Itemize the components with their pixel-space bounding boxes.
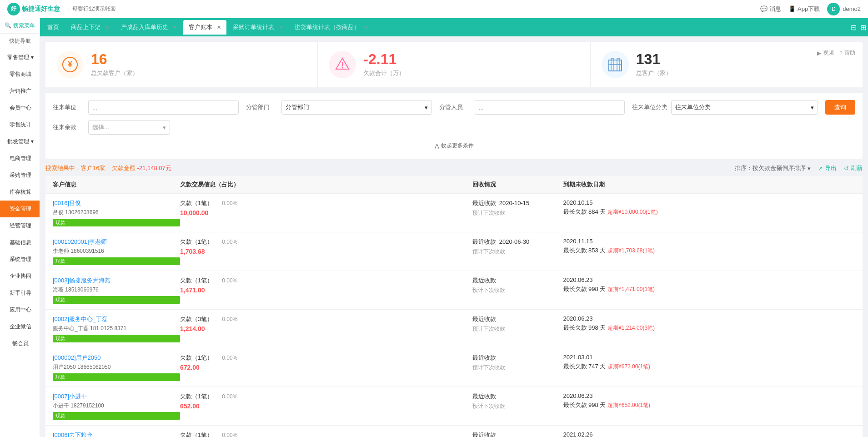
category-select[interactable]: 往来单位分类 ▾ [671,100,818,115]
sidebar-item-inventory[interactable]: 库存核算 [0,184,40,201]
debt-info-6: 欠款（1笔） 0.00% 455.90 [180,431,472,437]
customer-name-1[interactable]: [0001020001]李老师 [53,238,180,246]
debt-amount-4: 672.00 [180,364,472,371]
overdue-link-5[interactable]: 超期¥652.00(1笔) [607,402,650,408]
customer-name-3[interactable]: [0002]服务中心_丁磊 [53,315,180,323]
debt-info-5: 欠款（1笔） 0.00% 652.00 [180,392,472,410]
table-header: 客户信息 欠款交易信息（占比） 回收情况 到期未收款日期 [45,176,863,194]
debt-count-3: 欠款（3笔） [180,315,213,323]
sidebar-item-retail-mgmt[interactable]: 零售管理 ▾ [0,49,40,66]
sidebar-item-marketing[interactable]: 营销推广 [0,83,40,100]
help-btn[interactable]: ? 帮助 [839,49,855,57]
filter-area: 往来单位 ... 分管部门 分管部门 ▾ [45,93,863,159]
customer-phone-1: 李老师 18600391516 [53,247,180,255]
sidebar-item-system[interactable]: 系统管理 [0,251,40,268]
balance-select[interactable]: 选择... ▾ [88,120,170,135]
debt-info-2: 欠款（1笔） 0.00% 1,471.00 [180,276,472,294]
filter-category: 往来单位分类 往来单位分类 ▾ [632,100,818,115]
chevron-down-icon-sort: ▾ [808,165,811,172]
stat-card-actions: ▶ 视频 ? 帮助 [817,49,855,57]
sidebar-search[interactable]: 🔍 搜索菜单 [0,18,40,34]
sidebar-item-retail-mall[interactable]: 零售商城 [0,66,40,83]
debt-pct-0: 0.00% [222,200,237,206]
sidebar-item-collab[interactable]: 企业协同 [0,268,40,285]
tab-home[interactable]: 首页 [42,20,65,35]
customer-name-0[interactable]: [0016]吕俊 [53,199,180,207]
tab-purchase-stats[interactable]: 采购订单统计表 ✕ [227,20,288,35]
quick-nav[interactable]: 快捷导航 [0,34,40,49]
chevron-down-icon: ▾ [425,104,428,111]
overdue-link-4[interactable]: 超期¥672.00(1笔) [607,363,650,370]
sidebar-item-apps[interactable]: 应用中心 [0,301,40,318]
debt-info-3: 欠款（3笔） 0.00% 1,214.00 [180,315,472,332]
query-button[interactable]: 查询 [825,100,855,115]
tab-close-customer[interactable]: ✕ [217,25,221,30]
customer-name-5[interactable]: [0007]小进干 [53,392,180,401]
customer-name-4[interactable]: [000002]用户2050 [53,354,180,362]
export-button[interactable]: ↗ 导出 [818,164,837,172]
tab-close-products[interactable]: ✕ [105,25,109,30]
overdue-link-0[interactable]: 超期¥10,000.00(1笔) [607,209,658,215]
stat-card-debt-customers: ¥ 16 总欠款客户（家） [45,42,318,87]
tab-close-inbound[interactable]: ✕ [364,25,368,30]
debt-count-2: 欠款（1笔） [180,276,213,285]
company-subtitle: 母婴行业演示账套 [72,5,116,13]
sort-select[interactable]: 排序：按欠款金额倒序排序 ▾ [735,164,811,172]
overdue-link-1[interactable]: 超期¥1,703.68(1笔) [607,247,655,254]
col-debt-info: 欠款交易信息（占比） [180,181,472,189]
sidebar-item-purchase[interactable]: 采购管理 [0,167,40,184]
app-logo: 好 畅捷通好生意 [7,3,60,15]
debt-pct-3: 0.00% [222,316,237,322]
overdue-info-3: 2020.06.23 最长欠款 998 天 超期¥1,214.00(3笔) [563,315,856,332]
sidebar-item-guide[interactable]: 新手引导 [0,285,40,301]
overdue-info-6: 2021.02.26 最长欠款 750 天 超期¥455.90(1笔) [563,431,856,437]
tab-inbound-stats[interactable]: 进货单统计表（按商品） ✕ [289,20,374,35]
total-customers-label: 总客户（家） [636,69,672,77]
person-input[interactable]: ... [475,100,625,115]
collapse-row: ⋀ 收起更多条件 [53,140,855,151]
sidebar-item-operations[interactable]: 经营管理 [0,217,40,234]
debt-customers-icon: ¥ [56,51,84,78]
filter-row-1: 往来单位 ... 分管部门 分管部门 ▾ [53,100,855,115]
app-download-btn[interactable]: 📱 App下载 [788,5,820,13]
minimize-icon[interactable]: ⊟ [851,23,857,32]
debt-amount-5: 652.00 [180,402,472,410]
department-select[interactable]: 分管部门 ▾ [281,100,432,115]
sidebar-item-vip[interactable]: 畅会员 [0,335,40,352]
message-btn[interactable]: 💬 消息 [760,5,781,13]
maximize-icon[interactable]: ⊞ [860,23,866,32]
video-icon: ▶ [817,50,821,56]
tab-products[interactable]: 商品上下架 ✕ [65,20,115,35]
sidebar-item-batch-mgmt[interactable]: 批发管理 ▾ [0,133,40,150]
tab-close-purchase[interactable]: ✕ [279,25,283,30]
customer-info-5: [0007]小进干 小进干 18279152100 现款 [53,392,180,420]
balance-label: 往来余款 [53,123,85,131]
video-btn[interactable]: ▶ 视频 [817,49,834,57]
user-avatar[interactable]: D demo2 [827,3,861,15]
overdue-link-3[interactable]: 超期¥1,214.00(3笔) [607,325,655,331]
debt-pct-1: 0.00% [222,239,237,245]
col-recovery: 回收情况 [472,181,563,189]
debt-amount-0: 10,000.00 [180,209,472,216]
tab-customer-account[interactable]: 客户账本 ✕ [183,20,226,35]
chevron-down-icon-3: ▾ [163,124,166,131]
sidebar-item-retail-stats[interactable]: 零售统计 [0,116,40,133]
filter-row-2: 往来余款 选择... ▾ [53,120,855,135]
customer-name-6[interactable]: [0006]去下粮仓 [53,431,180,437]
customer-name-2[interactable]: [0003]畅捷服务尹海燕 [53,276,180,285]
sidebar-item-members[interactable]: 会员中心 [0,100,40,116]
tab-production[interactable]: 产成品入库单历史 ✕ [115,20,182,35]
tab-close-production[interactable]: ✕ [173,25,177,30]
collapse-icon: ⋀ [435,143,439,149]
sidebar-item-ecommerce[interactable]: 电商管理 [0,150,40,167]
debt-amount-2: 1,471.00 [180,286,472,294]
overdue-link-2[interactable]: 超期¥1,471.00(1笔) [607,286,655,292]
source-unit-input[interactable]: ... [88,100,239,115]
sidebar-item-basic-info[interactable]: 基础信息 [0,234,40,251]
refresh-button[interactable]: ↺ 刷新 [844,164,863,172]
sidebar-item-finance[interactable]: 资金管理 [0,201,40,217]
phone-icon: 📱 [788,5,796,12]
source-unit-label: 往来单位 [53,103,85,111]
collapse-button[interactable]: ⋀ 收起更多条件 [429,140,479,151]
sidebar-item-wechat[interactable]: 企业微信 [0,318,40,335]
